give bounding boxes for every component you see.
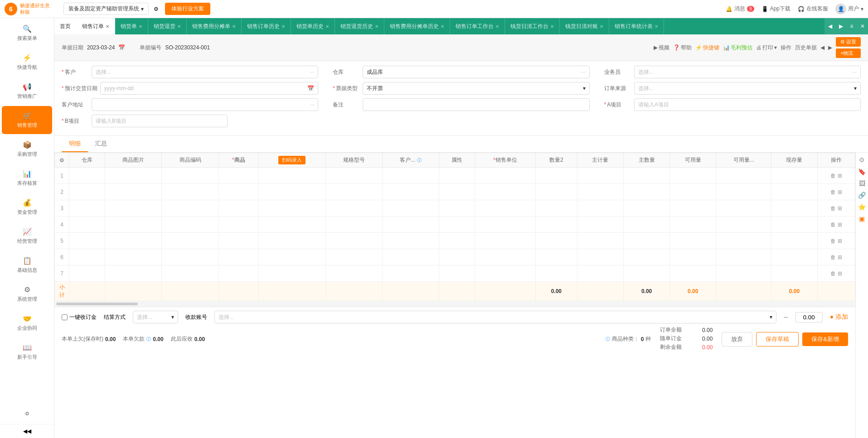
tab-2[interactable]: 销货单✕ [115,18,148,34]
sidebar-item-8[interactable]: 📋基础信息 [2,251,52,279]
row-copy-3[interactable]: ⊞ [838,205,842,212]
tab-close-9[interactable]: ✕ [495,24,499,29]
tab-9[interactable]: 销售订单工作台✕ [450,18,505,34]
calendar-icon[interactable]: 📅 [118,44,125,51]
one-click-checkbox[interactable]: 一键收订金 [62,313,97,321]
row-delete-3[interactable]: 🗑 [830,205,836,212]
a-project-input[interactable]: 请输入A项目 [634,98,861,111]
customer-input[interactable]: 选择... [92,66,318,78]
row-delete-1[interactable]: 🗑 [830,173,836,179]
right-panel-image-icon[interactable]: 🖼 [857,178,868,189]
tab-1[interactable]: 销售订单✕ [77,18,115,34]
tab-next-btn[interactable]: ▶ [835,18,846,34]
system-settings-icon[interactable]: ⚙ [150,4,161,14]
scan-btn[interactable]: 扫码录入 [278,156,305,164]
delivery-date-input[interactable]: yyyy-mm-dd 📅 [100,82,319,95]
note-input[interactable] [363,98,589,111]
tab-close-btn[interactable]: ✕ [857,18,868,34]
industry-btn[interactable]: 体验行业方案 [165,3,210,15]
tab-close-7[interactable]: ✕ [375,24,378,29]
one-click-input[interactable] [62,314,68,320]
tab-close-1[interactable]: ✕ [106,24,109,29]
tab-summary[interactable]: 汇总 [88,136,114,152]
b-project-input[interactable]: 请输入B项目 [92,115,228,127]
online-service-btn[interactable]: 🎧 在线客服 [798,5,828,13]
row-copy-6[interactable]: ⊞ [838,254,842,260]
right-panel-bookmark-icon[interactable]: 🔖 [857,166,868,177]
tab-menu-btn[interactable]: ≡ [846,18,857,34]
right-panel-orange-icon[interactable]: ▣ [857,213,868,224]
page-nav-next[interactable]: ▶ [828,44,832,51]
sidebar-item-4[interactable]: 📦采购管理 [2,135,52,163]
settings-panel-btn[interactable]: ⚙ 设置 [836,37,861,47]
row-copy-1[interactable]: ⊞ [838,173,842,179]
row-copy-5[interactable]: ⊞ [838,238,842,244]
profit-btn[interactable]: 📊 毛利预估 [723,44,752,52]
tab-close-8[interactable]: ✕ [441,24,444,29]
tab-close-4[interactable]: ✕ [232,24,236,29]
sidebar-item-6[interactable]: 💰资金管理 [2,193,52,221]
tab-prev-btn[interactable]: ◀ [824,18,835,34]
amount-input[interactable] [795,312,823,322]
right-panel-link-icon[interactable]: 🔗 [857,190,868,201]
row-delete-7[interactable]: 🗑 [830,270,836,277]
row-copy-2[interactable]: ⊞ [838,189,842,195]
tab-6[interactable]: 销货单历史✕ [291,18,335,34]
tab-8[interactable]: 销售费用分摊单历史✕ [384,18,450,34]
system-selector[interactable]: 装备及固定资产辅助管理系统 ▾ [63,3,149,15]
row-copy-7[interactable]: ⊞ [838,270,842,277]
scroll-bar[interactable] [54,301,855,307]
save-draft-btn[interactable]: 保存草稿 [756,332,799,347]
history-btn[interactable]: 历史单据 [795,44,817,52]
tab-4[interactable]: 销售费用分摊单✕ [187,18,242,34]
sidebar-item-5[interactable]: 📊库存核算 [2,164,52,192]
sidebar-item-9[interactable]: ⚙系统管理 [2,280,52,308]
tab-0[interactable]: 首页 [54,18,77,34]
tab-detail[interactable]: 明细 [62,136,88,152]
payment-method-select[interactable]: 选择... ▾ [133,311,178,323]
row-delete-2[interactable]: 🗑 [830,189,836,195]
tab-3[interactable]: 销货退货✕ [148,18,187,34]
receipt-account-select[interactable]: 选择... ▾ [214,311,776,323]
row-copy-4[interactable]: ⊞ [838,221,842,228]
tab-5[interactable]: 销售订单历史✕ [242,18,291,34]
add-logistics-btn[interactable]: +物流 [836,48,861,58]
tab-close-5[interactable]: ✕ [281,24,285,29]
right-panel-star-icon[interactable]: ⭐ [857,202,868,212]
tab-10[interactable]: 钱货日清工作台✕ [505,18,560,34]
add-btn[interactable]: ● 添加 [830,313,848,321]
row-delete-4[interactable]: 🗑 [830,221,836,228]
sidebar-item-2[interactable]: 📢营销推广 [2,77,52,105]
tab-close-11[interactable]: ✕ [600,24,603,29]
tab-close-2[interactable]: ✕ [139,24,142,29]
tab-12[interactable]: 销售订单统计表✕ [609,18,664,34]
help-btn[interactable]: ❓ 帮助 [673,44,692,52]
discard-btn[interactable]: 放弃 [722,332,752,347]
user-menu[interactable]: 👤 用户 ▾ [835,4,863,14]
tab-close-6[interactable]: ✕ [325,24,329,29]
tab-close-3[interactable]: ✕ [177,24,181,29]
sidebar-collapse-btn[interactable]: ◀◀ [0,424,54,438]
sidebar-item-11[interactable]: 📖新手引导 [2,338,52,366]
print-btn[interactable]: 🖨 打印 ▾ [756,44,777,52]
order-source-select[interactable]: 选择... ▾ [634,82,861,95]
tab-7[interactable]: 销货退货历史✕ [335,18,384,34]
view-btn[interactable]: ▶ 视频 [654,44,669,52]
ticket-type-select[interactable]: 不开票 ▾ [363,82,589,95]
page-nav-prev[interactable]: ◀ [820,44,824,51]
sidebar-item-7[interactable]: 📈经营管理 [2,222,52,250]
th-gear[interactable]: ⚙ [55,153,69,168]
app-download-btn[interactable]: 📱 App下载 [761,5,790,13]
operations-btn[interactable]: 操作 [781,44,791,52]
sidebar-item-1[interactable]: ⚡快捷导航 [2,48,52,76]
salesperson-input[interactable]: 选择... [634,66,861,78]
warehouse-input[interactable]: 成品库 [363,66,589,78]
right-panel-settings-icon[interactable]: ⚙ [857,154,868,165]
shortcuts-btn[interactable]: ⚡ 快捷键 [695,44,719,52]
sidebar-item-3[interactable]: 🛒销售管理 [2,106,52,134]
sidebar-item-0[interactable]: 🔍搜索菜单 [2,19,52,47]
tab-close-12[interactable]: ✕ [655,24,658,29]
row-delete-6[interactable]: 🗑 [830,254,836,260]
tab-close-10[interactable]: ✕ [550,24,554,29]
row-delete-5[interactable]: 🗑 [830,238,836,244]
